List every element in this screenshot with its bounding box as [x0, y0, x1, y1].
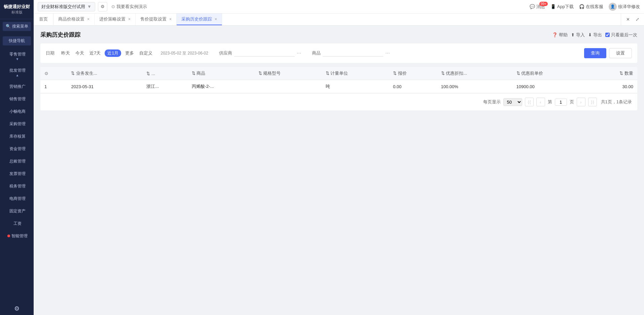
col-gear[interactable]: ⚙: [40, 67, 67, 80]
quick-nav-button[interactable]: 快捷导航: [3, 36, 31, 45]
sidebar-item-ecommerce-small[interactable]: 小畅电商: [0, 105, 34, 118]
tab-close-purchase-strategy[interactable]: ×: [128, 17, 131, 22]
supplier-more-icon[interactable]: ···: [297, 50, 301, 56]
messages-badge: 99+: [539, 2, 548, 6]
tab-home[interactable]: 首页: [34, 13, 53, 25]
tab-history-price[interactable]: 采购历史价跟踪 ×: [177, 13, 222, 25]
sidebar-item-tax[interactable]: 税务管理: [0, 180, 34, 193]
import-button[interactable]: ⬆ 导入: [571, 32, 585, 38]
prev-page-button[interactable]: ‹: [536, 98, 545, 106]
sidebar-item-payroll[interactable]: 工资: [0, 217, 34, 230]
tab-close-price[interactable]: ×: [87, 17, 90, 22]
expand-icon: ⇅: [146, 71, 150, 76]
page-content: 采购历史价跟踪 ❓ 帮助 ⬆ 导入 ⬇ 导出 只看最后一次: [34, 26, 644, 315]
supplier-label: 供应商: [219, 50, 232, 56]
only-last-checkbox[interactable]: 只看最后一次: [605, 32, 637, 38]
sidebar-item-general-ledger[interactable]: 总账管理: [0, 155, 34, 168]
date-opt-custom[interactable]: 自定义: [138, 49, 154, 57]
page-input[interactable]: [555, 99, 567, 106]
sidebar-item-label: 采购管理: [9, 121, 26, 127]
headset-icon: 🎧: [579, 4, 584, 9]
col-discount[interactable]: ⇅ 优惠折扣...: [437, 67, 512, 80]
sidebar-item-label: 发票管理: [9, 171, 26, 177]
supplier-input[interactable]: [234, 50, 295, 57]
sidebar-item-invoice[interactable]: 发票管理: [0, 168, 34, 180]
settings-footer-button[interactable]: ⚙: [14, 305, 20, 312]
col-quantity[interactable]: ⇅ 数量: [589, 67, 637, 80]
col-biz-date[interactable]: ⇅ 业务发生...: [67, 67, 142, 80]
sidebar-item-label: 资金管理: [9, 146, 26, 152]
tab-price[interactable]: 商品价格设置 ×: [53, 13, 95, 25]
sidebar-item-marketing[interactable]: 营销推广: [0, 80, 34, 93]
tab-maximize-button[interactable]: ⤢: [633, 15, 641, 24]
sidebar-item-sales[interactable]: 销售管理: [0, 93, 34, 105]
tab-close-all-button[interactable]: ✕: [624, 15, 632, 24]
tab-purchase-strategy[interactable]: 进价策略设置 ×: [95, 13, 136, 25]
sidebar-item-label: 固定资产: [9, 208, 26, 214]
sidebar-item-purchase[interactable]: 采购管理: [0, 118, 34, 130]
topbar-settings-button[interactable]: ⚙: [98, 2, 107, 11]
gear-icon: ⚙: [101, 4, 105, 9]
tab-close-history-price[interactable]: ×: [215, 17, 217, 22]
next-page-button[interactable]: ›: [577, 98, 585, 106]
per-page-label: 每页显示: [483, 99, 501, 105]
user-name: 徐泽华修改: [618, 4, 640, 10]
sidebar: 畅捷通好业财 标准版 🔍 搜索菜单 快捷导航 零售管理 ▼ 批发管理 ▲ 营销推…: [0, 0, 34, 315]
sort-icon: ⇅: [393, 71, 397, 76]
import-icon: ⬆: [571, 32, 575, 37]
per-page-select[interactable]: 50 10 20 100: [503, 98, 522, 106]
tab-sale-price[interactable]: 售价提取设置 ×: [136, 13, 177, 25]
page-title: 采购历史价跟踪: [40, 31, 80, 39]
product-input[interactable]: [323, 50, 383, 57]
user-menu-button[interactable]: 👤 徐泽华修改: [609, 3, 640, 11]
product-filter: 商品 ···: [312, 50, 390, 57]
notification-dot: [7, 235, 10, 237]
col-unit[interactable]: ⇅ 计量单位: [322, 67, 389, 80]
sidebar-item-inventory[interactable]: 库存核算: [0, 130, 34, 143]
sort-icon: ⇅: [516, 71, 520, 76]
date-opt-more[interactable]: 更多: [124, 49, 135, 57]
first-page-button[interactable]: ⟨⟨: [525, 98, 534, 106]
help-button[interactable]: ❓ 帮助: [552, 32, 568, 38]
sidebar-search-area[interactable]: 🔍 搜索菜单: [0, 19, 34, 34]
date-opt-7days[interactable]: 近7天: [88, 49, 102, 57]
messages-button[interactable]: 💬 消息 99+: [530, 4, 545, 10]
chevron-down-icon: ▼: [87, 4, 92, 9]
query-button[interactable]: 查询: [584, 48, 606, 58]
avatar: 👤: [609, 3, 617, 11]
filter-bar: 日期 昨天 今天 近7天 近1月 更多 自定义 2023-05-02 至 202…: [40, 43, 637, 63]
sort-icon: ⇅: [441, 71, 445, 76]
only-last-input[interactable]: [605, 33, 610, 37]
sidebar-item-label: 智能管理: [7, 233, 28, 239]
quick-nav-area[interactable]: 快捷导航: [0, 34, 34, 48]
col-spec[interactable]: ⇅ 规格型号: [254, 67, 322, 80]
date-opt-1month[interactable]: 近1月: [105, 49, 121, 57]
search-menu-button[interactable]: 🔍 搜索菜单: [3, 22, 31, 31]
table-header-row: ⚙ ⇅ 业务发生... ⇅ ... ⇅ 商品: [40, 67, 637, 80]
date-opt-yesterday[interactable]: 昨天: [60, 49, 71, 57]
sidebar-footer[interactable]: ⚙: [0, 302, 34, 315]
sidebar-item-finance[interactable]: 资金管理: [0, 143, 34, 155]
sidebar-item-retail[interactable]: 零售管理 ▼: [0, 48, 34, 64]
col-quote[interactable]: ⇅ 报价: [389, 67, 437, 80]
tabbar-controls: ✕ ⤢: [621, 13, 644, 25]
sidebar-item-wholesale[interactable]: 批发管理 ▲: [0, 64, 34, 80]
col-product[interactable]: ⇅ 商品: [188, 67, 254, 80]
version-select[interactable]: 好业财标准版交付试用 ▼: [38, 2, 95, 11]
date-opt-today[interactable]: 今天: [74, 49, 85, 57]
product-more-icon[interactable]: ···: [385, 50, 390, 56]
settings-button[interactable]: 设置: [609, 48, 632, 58]
sidebar-item-smart[interactable]: 智能管理: [0, 230, 34, 242]
col-more[interactable]: ⇅ ...: [142, 67, 187, 80]
sidebar-item-label: 税务管理: [9, 183, 26, 189]
sort-icon: ⇅: [619, 71, 623, 76]
export-button[interactable]: ⬇ 导出: [588, 32, 602, 38]
col-pre-discount-price[interactable]: ⇅ 优惠前单价: [512, 67, 589, 80]
last-page-button[interactable]: ⟩⟩: [588, 98, 597, 106]
app-download-button[interactable]: 📱 App下载: [550, 4, 574, 10]
demo-button[interactable]: ⊙ 我要看实例演示: [111, 4, 147, 10]
sidebar-item-ecommerce[interactable]: 电商管理: [0, 193, 34, 205]
tab-close-sale-price[interactable]: ×: [169, 17, 172, 22]
online-service-button[interactable]: 🎧 在线客服: [579, 4, 603, 10]
sidebar-item-fixed-assets[interactable]: 固定资产: [0, 205, 34, 217]
